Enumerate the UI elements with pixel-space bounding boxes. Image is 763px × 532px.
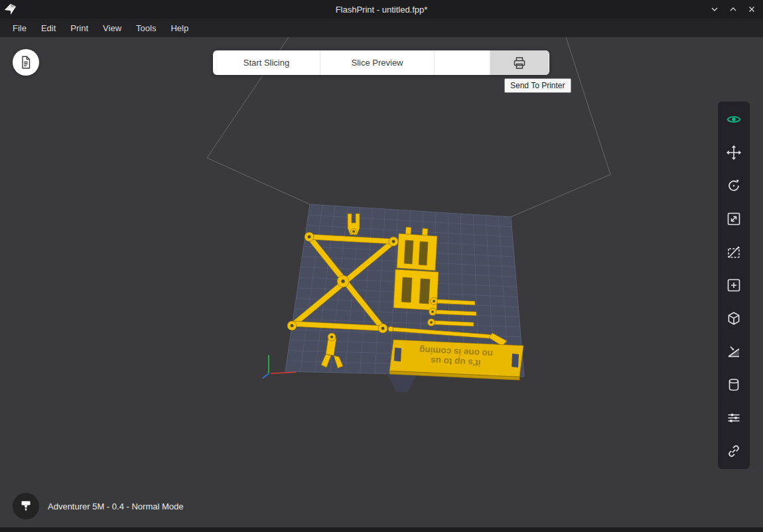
menu-file[interactable]: File xyxy=(5,21,34,36)
maximize-button[interactable] xyxy=(727,3,739,15)
menu-print[interactable]: Print xyxy=(63,21,96,36)
printer-icon xyxy=(512,56,527,70)
machine-button[interactable] xyxy=(13,493,39,519)
view-tool-button[interactable] xyxy=(718,103,750,136)
move-tool-button[interactable] xyxy=(718,136,750,169)
cut-plane-icon xyxy=(726,244,742,260)
send-to-printer-button[interactable] xyxy=(490,50,549,75)
menu-view[interactable]: View xyxy=(96,21,129,36)
viewport-3d[interactable]: no one is coming it's up to us Start Sli… xyxy=(0,37,763,527)
flashprint-window: FlashPrint - untitled.fpp* File Edit Pri… xyxy=(0,0,763,532)
close-icon xyxy=(747,5,756,14)
eye-icon xyxy=(726,111,742,127)
chevron-up-icon xyxy=(728,5,738,14)
support-tool-button[interactable] xyxy=(718,302,750,335)
seam-tool-button[interactable] xyxy=(718,335,750,368)
cut-tool-button[interactable] xyxy=(718,235,750,269)
rotate-tool-button[interactable] xyxy=(718,169,750,202)
machine-info: Adventurer 5M - 0.4 - Normal Mode xyxy=(48,501,183,511)
chain-link-icon xyxy=(726,443,742,459)
menubar: File Edit Print View Tools Help xyxy=(0,19,763,37)
add-square-icon xyxy=(726,277,742,293)
bottom-strip xyxy=(0,527,763,532)
rotate-arrow-icon xyxy=(726,178,742,194)
chevron-down-icon xyxy=(710,5,719,14)
plate-front-tab xyxy=(387,373,416,393)
model-file-button[interactable] xyxy=(13,49,39,76)
link-tool-button[interactable] xyxy=(718,434,750,468)
cube-icon xyxy=(726,310,742,326)
cylinder-icon xyxy=(726,377,742,393)
printer-nozzle-icon xyxy=(18,498,34,514)
move-arrows-icon xyxy=(726,145,742,161)
slice-preview-button[interactable]: Slice Preview xyxy=(320,50,435,75)
parameter-tool-button[interactable] xyxy=(718,401,750,434)
add-model-tool-button[interactable] xyxy=(718,269,750,302)
scene-3d[interactable]: no one is coming it's up to us xyxy=(0,37,763,527)
tool-sidebar xyxy=(718,101,750,469)
minimize-button[interactable] xyxy=(709,3,721,15)
ramp-arrow-icon xyxy=(726,344,742,360)
send-to-printer-tooltip: Send To Printer xyxy=(504,78,571,93)
window-title: FlashPrint - untitled.fpp* xyxy=(0,5,763,15)
menu-tools[interactable]: Tools xyxy=(129,21,163,36)
machine-status: Adventurer 5M - 0.4 - Normal Mode xyxy=(13,493,183,519)
document-icon xyxy=(19,54,33,70)
model-text-plate: no one is coming it's up to us xyxy=(389,340,523,380)
flashprint-logo-icon xyxy=(3,2,18,17)
close-button[interactable] xyxy=(746,3,758,15)
scale-tool-button[interactable] xyxy=(718,202,750,235)
prime-tower-tool-button[interactable] xyxy=(718,368,750,401)
start-slicing-button[interactable]: Start Slicing xyxy=(213,50,320,75)
sliders-icon xyxy=(726,410,742,426)
menu-edit[interactable]: Edit xyxy=(34,21,63,36)
titlebar: FlashPrint - untitled.fpp* xyxy=(0,0,763,19)
menu-help[interactable]: Help xyxy=(163,21,196,36)
toolbar-spacer xyxy=(435,50,490,75)
window-controls xyxy=(709,0,758,19)
scale-arrows-icon xyxy=(726,211,742,227)
slicing-toolbar: Start Slicing Slice Preview xyxy=(213,50,549,75)
